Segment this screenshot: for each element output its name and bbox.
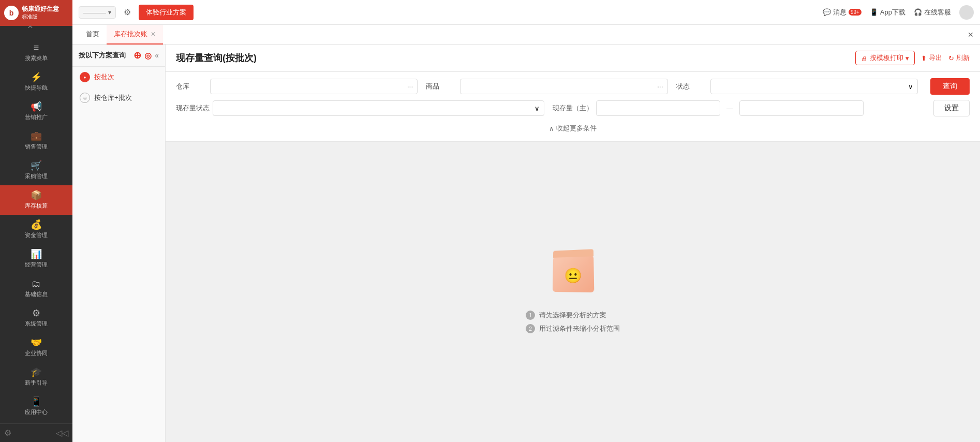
sidebar-item-finance[interactable]: 💰 资金管理 bbox=[0, 215, 72, 244]
app-download-label: App下载 bbox=[880, 8, 905, 17]
scheme-by-batch[interactable]: ● 按批次 bbox=[72, 67, 165, 87]
sidebar-item-search[interactable]: ≡ 搜索菜单 bbox=[0, 38, 72, 67]
refresh-icon: ↻ bbox=[948, 54, 954, 62]
right-panel: 现存量查询(按批次) 🖨 按模板打印 ▾ ⬆ 导出 ↻ 刷新 bbox=[166, 45, 980, 442]
status-filter-select[interactable]: ∨ bbox=[710, 79, 918, 94]
sidebar-purchase-label: 采购管理 bbox=[25, 172, 48, 180]
sidebar-item-operations[interactable]: 📊 经营管理 bbox=[0, 244, 72, 274]
sidebar-item-newbie[interactable]: 🎓 新手引导 bbox=[0, 362, 72, 392]
settings-button[interactable]: 设置 bbox=[933, 100, 970, 116]
finance-icon: 💰 bbox=[31, 220, 42, 229]
breadcrumb-chevron-icon: ▾ bbox=[108, 9, 111, 16]
product-dots-icon[interactable]: ··· bbox=[657, 82, 663, 91]
breadcrumb-text: ———— bbox=[83, 9, 106, 16]
print-chevron-icon: ▾ bbox=[905, 54, 909, 62]
collapse-sidebar-icon[interactable]: ◁◁ bbox=[56, 428, 68, 438]
top-bar: ———— ▾ ⚙ 体验行业方案 💬 消息 99+ 📱 App下载 🎧 在线客服 bbox=[72, 0, 980, 25]
inventory-qty-from-input[interactable] bbox=[596, 100, 720, 116]
sidebar-quick-nav-label: 快捷导航 bbox=[25, 84, 48, 92]
export-icon: ⬆ bbox=[921, 54, 927, 62]
sidebar-item-purchase[interactable]: 🛒 采购管理 bbox=[0, 156, 72, 185]
warehouse-filter-label: 仓库 bbox=[176, 82, 207, 91]
settings-footer-icon[interactable]: ⚙ bbox=[4, 428, 11, 438]
product-filter-field: 商品 ··· bbox=[426, 79, 667, 94]
warehouse-dots-icon[interactable]: ··· bbox=[407, 82, 413, 91]
message-button[interactable]: 💬 消息 99+ bbox=[823, 8, 862, 17]
inventory-status-filter-field: 现存量状态 ∨ bbox=[176, 100, 544, 116]
page-header: 现存量查询(按批次) 🖨 按模板打印 ▾ ⬆ 导出 ↻ 刷新 bbox=[166, 45, 980, 72]
settings-gear-button[interactable]: ⚙ bbox=[120, 5, 135, 20]
app-title-block: 畅康通好生意 标准版 bbox=[22, 5, 59, 21]
scheme-by-batch-icon: ● bbox=[80, 72, 90, 82]
top-bar-right: 💬 消息 99+ 📱 App下载 🎧 在线客服 bbox=[823, 5, 974, 20]
scheme-settings-icon[interactable]: ◎ bbox=[144, 51, 152, 61]
product-filter-label: 商品 bbox=[426, 82, 457, 91]
tab-home[interactable]: 首页 bbox=[79, 25, 107, 45]
content-area: 按以下方案查询 ⊕ ◎ « ● 按批次 ◎ 按仓库+批次 现存量查询(按批次) bbox=[72, 45, 980, 442]
product-filter-input[interactable]: ··· bbox=[460, 79, 667, 94]
collapse-filter-button[interactable]: ∧ 收起更多条件 bbox=[176, 122, 970, 135]
sidebar-finance-label: 资金管理 bbox=[25, 231, 48, 239]
page-title: 现存量查询(按批次) bbox=[176, 52, 257, 64]
empty-illustration: 😐 bbox=[547, 251, 599, 302]
sidebar-item-basics[interactable]: 🗂 基础信息 bbox=[0, 274, 72, 303]
refresh-label: 刷新 bbox=[956, 53, 970, 63]
sidebar-enterprise-label: 企业协同 bbox=[25, 349, 48, 357]
warehouse-filter-input[interactable]: ··· bbox=[210, 79, 418, 94]
status-filter-label: 状态 bbox=[676, 82, 707, 91]
sidebar-newbie-label: 新手引导 bbox=[25, 379, 48, 387]
sidebar-header: b 畅康通好生意 标准版 bbox=[0, 0, 72, 26]
tab-home-label: 首页 bbox=[86, 30, 99, 39]
app-download-button[interactable]: 📱 App下载 bbox=[870, 8, 905, 17]
close-panel-icon: ✕ bbox=[968, 31, 974, 39]
query-button[interactable]: 查询 bbox=[930, 78, 970, 95]
sidebar-item-quick-nav[interactable]: ⚡ 快捷导航 bbox=[0, 67, 72, 97]
sidebar-item-enterprise[interactable]: 🤝 企业协同 bbox=[0, 333, 72, 362]
print-label: 按模板打印 bbox=[870, 53, 903, 63]
sidebar-basics-label: 基础信息 bbox=[25, 290, 48, 298]
sidebar-item-inventory[interactable]: 📦 库存核算 bbox=[0, 185, 72, 215]
inventory-qty-to-input[interactable] bbox=[739, 100, 864, 116]
purchase-icon: 🛒 bbox=[31, 161, 42, 170]
scheme-by-warehouse-batch[interactable]: ◎ 按仓库+批次 bbox=[72, 87, 165, 108]
scheme-by-warehouse-batch-icon: ◎ bbox=[80, 93, 90, 103]
empty-tip-1: 1 请先选择要分析的方案 bbox=[526, 311, 620, 320]
user-avatar[interactable] bbox=[959, 5, 974, 20]
sidebar-footer: ⚙ ◁◁ bbox=[0, 423, 72, 442]
status-filter-field: 状态 ∨ bbox=[676, 79, 918, 94]
app-download-icon: 📱 bbox=[870, 8, 878, 16]
message-badge: 99+ bbox=[849, 9, 862, 16]
status-chevron-icon: ∨ bbox=[908, 83, 913, 91]
gear-icon: ⚙ bbox=[124, 7, 131, 17]
sidebar-item-system[interactable]: ⚙ 系统管理 bbox=[0, 303, 72, 333]
tab-bar: 首页 库存批次账 ✕ ✕ bbox=[72, 25, 980, 45]
tab-panel-close-button[interactable]: ✕ bbox=[968, 31, 974, 39]
inventory-status-select[interactable]: ∨ bbox=[213, 100, 544, 116]
empty-box: 😐 bbox=[553, 255, 595, 292]
sidebar-item-marketing[interactable]: 📢 营销推广 bbox=[0, 97, 72, 126]
sidebar-item-sales[interactable]: 💼 销售管理 bbox=[0, 126, 72, 156]
print-button[interactable]: 🖨 按模板打印 ▾ bbox=[855, 51, 915, 65]
filter-row-1: 仓库 ··· 商品 ··· 状态 bbox=[176, 78, 970, 95]
sales-icon: 💼 bbox=[31, 131, 42, 141]
newbie-icon: 🎓 bbox=[31, 367, 42, 377]
tab-inventory-batch[interactable]: 库存批次账 ✕ bbox=[107, 25, 163, 45]
export-button[interactable]: ⬆ 导出 bbox=[921, 53, 942, 63]
export-label: 导出 bbox=[929, 53, 942, 63]
sidebar-app-center-label: 应用中心 bbox=[25, 408, 48, 416]
system-icon: ⚙ bbox=[32, 308, 40, 318]
inventory-icon: 📦 bbox=[31, 190, 42, 200]
add-scheme-icon[interactable]: ⊕ bbox=[133, 50, 141, 61]
refresh-button[interactable]: ↻ 刷新 bbox=[948, 53, 970, 63]
trial-industry-button[interactable]: 体验行业方案 bbox=[139, 5, 194, 20]
sidebar-item-app-center[interactable]: 📱 应用中心 bbox=[0, 392, 72, 421]
online-service-button[interactable]: 🎧 在线客服 bbox=[914, 8, 951, 17]
search-menu-icon: ≡ bbox=[34, 43, 39, 52]
enterprise-icon: 🤝 bbox=[31, 338, 42, 347]
filter-row-2: 现存量状态 ∨ 现存量（主） — 设置 bbox=[176, 100, 970, 116]
tab-inventory-batch-label: 库存批次账 bbox=[114, 30, 147, 39]
tab-close-icon[interactable]: ✕ bbox=[151, 31, 156, 38]
marketing-icon: 📢 bbox=[31, 102, 42, 111]
breadcrumb-dropdown[interactable]: ———— ▾ bbox=[79, 6, 116, 19]
collapse-panel-icon[interactable]: « bbox=[155, 51, 159, 60]
